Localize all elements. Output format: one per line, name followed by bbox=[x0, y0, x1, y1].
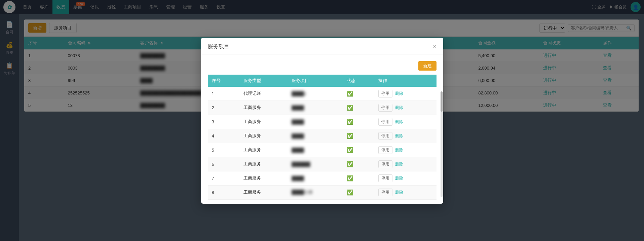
modal-cell-item: ████ bbox=[288, 101, 343, 115]
modal-cell-type: 工商服务 bbox=[239, 185, 288, 199]
modal-header-row: 序号 服务类型 服务项目 状态 操作 bbox=[208, 75, 437, 87]
delete-button[interactable]: 删除 bbox=[395, 190, 403, 195]
modal-table-row: 6 工商服务 ██████ ✅ 停用 删除 bbox=[208, 157, 437, 171]
modal-table-row: 4 工商服务 ████ ✅ 停用 删除 bbox=[208, 129, 437, 143]
modal-cell-action: 停用 删除 bbox=[374, 143, 436, 157]
modal-cell-item: ████ bbox=[288, 143, 343, 157]
modal-cell-status: ✅ bbox=[343, 101, 374, 115]
modal-table-row: 7 工商服务 ████ ✅ 停用 删除 bbox=[208, 171, 437, 185]
modal-cell-type: 代理记账 bbox=[239, 87, 288, 101]
modal-cell-item: ██████ bbox=[288, 157, 343, 171]
stop-button[interactable]: 停用 bbox=[378, 160, 392, 168]
delete-button[interactable]: 删除 bbox=[395, 133, 403, 139]
modal-cell-action: 停用 删除 bbox=[374, 129, 436, 143]
modal-cell-action: 停用 删除 bbox=[374, 171, 436, 185]
modal-cell-action: 停用 删除 bbox=[374, 87, 436, 101]
modal-table-row: 1 代理记账 ████1 ✅ 停用 删除 bbox=[208, 87, 437, 101]
modal-cell-status: ✅ bbox=[343, 87, 374, 101]
modal-table: 序号 服务类型 服务项目 状态 操作 1 代理记账 ████1 ✅ 停用 删除 … bbox=[208, 75, 437, 200]
modal-overlay[interactable]: 服务项目 × 新建 序号 服务类型 服务项目 状态 操作 bbox=[0, 0, 644, 241]
modal-cell-seq: 3 bbox=[208, 115, 239, 129]
modal-cell-type: 工商服务 bbox=[239, 115, 288, 129]
stop-button[interactable]: 停用 bbox=[378, 146, 392, 154]
modal-cell-status: ✅ bbox=[343, 115, 374, 129]
modal-cell-seq: 4 bbox=[208, 129, 239, 143]
modal-col-type: 服务类型 bbox=[239, 75, 288, 87]
modal-cell-status: ✅ bbox=[343, 157, 374, 171]
modal-cell-status: ✅ bbox=[343, 129, 374, 143]
modal-cell-item: ████注册 bbox=[288, 185, 343, 199]
modal-cell-action: 停用 删除 bbox=[374, 185, 436, 199]
modal-cell-action: 停用 删除 bbox=[374, 157, 436, 171]
stop-button[interactable]: 停用 bbox=[378, 132, 392, 140]
modal-cell-item: ████ bbox=[288, 115, 343, 129]
modal-toolbar: 新建 bbox=[208, 58, 437, 75]
modal-table-row: 8 工商服务 ████注册 ✅ 停用 删除 bbox=[208, 185, 437, 199]
modal-cell-item: ████1 bbox=[288, 87, 343, 101]
modal-title: 服务项目 bbox=[208, 43, 229, 50]
modal-body: 新建 序号 服务类型 服务项目 状态 操作 1 代理记账 ████1 bbox=[201, 54, 443, 204]
delete-button[interactable]: 删除 bbox=[395, 175, 403, 181]
delete-button[interactable]: 删除 bbox=[395, 147, 403, 153]
delete-button[interactable]: 删除 bbox=[395, 161, 403, 167]
modal-col-action: 操作 bbox=[374, 75, 436, 87]
modal-cell-item: ████ bbox=[288, 129, 343, 143]
modal-new-button[interactable]: 新建 bbox=[418, 61, 437, 71]
modal-cell-seq: 8 bbox=[208, 185, 239, 199]
modal-cell-action: 停用 删除 bbox=[374, 101, 436, 115]
modal-cell-type: 工商服务 bbox=[239, 157, 288, 171]
modal-cell-seq: 7 bbox=[208, 171, 239, 185]
stop-button[interactable]: 停用 bbox=[378, 189, 392, 196]
modal-close-button[interactable]: × bbox=[433, 43, 437, 50]
modal-table-row: 5 工商服务 ████ ✅ 停用 删除 bbox=[208, 143, 437, 157]
modal-scrollbar[interactable] bbox=[441, 91, 443, 197]
modal-cell-action: 停用 删除 bbox=[374, 115, 436, 129]
modal-col-item: 服务项目 bbox=[288, 75, 343, 87]
delete-button[interactable]: 删除 bbox=[395, 105, 403, 111]
delete-button[interactable]: 删除 bbox=[395, 119, 403, 125]
modal-table-row: 3 工商服务 ████ ✅ 停用 删除 bbox=[208, 115, 437, 129]
modal-cell-seq: 6 bbox=[208, 157, 239, 171]
modal-cell-type: 工商服务 bbox=[239, 101, 288, 115]
modal-header: 服务项目 × bbox=[201, 38, 443, 54]
modal-table-row: 2 工商服务 ████ ✅ 停用 删除 bbox=[208, 101, 437, 115]
modal-col-seq: 序号 bbox=[208, 75, 239, 87]
modal-cell-seq: 1 bbox=[208, 87, 239, 101]
modal-cell-type: 工商服务 bbox=[239, 129, 288, 143]
stop-button[interactable]: 停用 bbox=[378, 90, 392, 97]
modal-cell-seq: 5 bbox=[208, 143, 239, 157]
modal-cell-status: ✅ bbox=[343, 171, 374, 185]
modal-scrollbar-thumb bbox=[441, 91, 443, 112]
delete-button[interactable]: 删除 bbox=[395, 91, 403, 96]
modal-cell-seq: 2 bbox=[208, 101, 239, 115]
modal-cell-type: 工商服务 bbox=[239, 171, 288, 185]
stop-button[interactable]: 停用 bbox=[378, 174, 392, 182]
service-modal: 服务项目 × 新建 序号 服务类型 服务项目 状态 操作 bbox=[201, 38, 443, 204]
modal-cell-type: 工商服务 bbox=[239, 143, 288, 157]
modal-cell-item: ████ bbox=[288, 171, 343, 185]
modal-cell-status: ✅ bbox=[343, 185, 374, 199]
modal-cell-status: ✅ bbox=[343, 143, 374, 157]
modal-col-status: 状态 bbox=[343, 75, 374, 87]
stop-button[interactable]: 停用 bbox=[378, 118, 392, 126]
stop-button[interactable]: 停用 bbox=[378, 104, 392, 112]
